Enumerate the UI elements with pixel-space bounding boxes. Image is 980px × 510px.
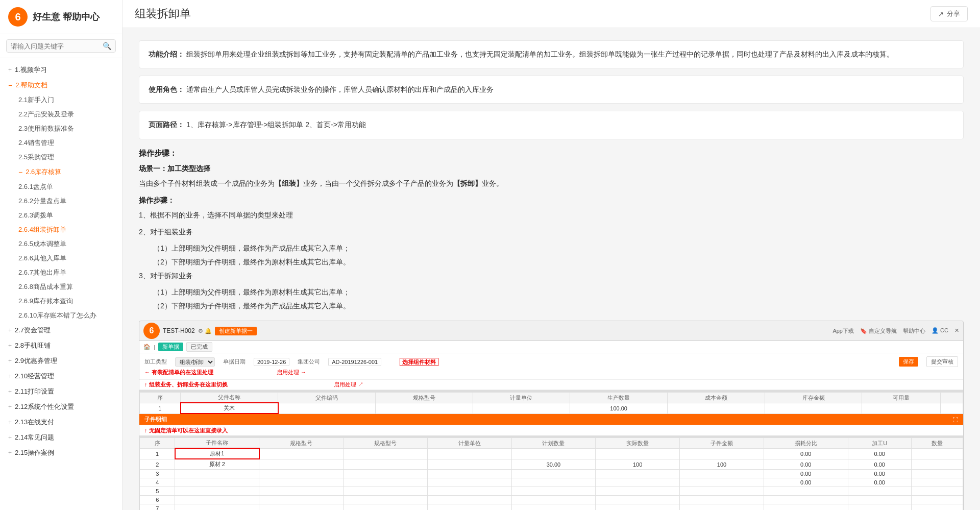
sidebar-item-label: 2.10经营管理: [15, 372, 54, 381]
window-close[interactable]: ✕: [954, 327, 959, 335]
sidebar-item-purchase[interactable]: 2.5采购管理: [0, 150, 122, 164]
col-parent-code: 父件编码: [278, 393, 376, 403]
sidebar-item-label: 2.7资金管理: [15, 326, 51, 335]
mock-tab-new[interactable]: 新单据: [158, 343, 183, 351]
mock-lower-table-area: 序 子件名称 规格型号 规格型号 计量单位 计划数量 实际数量 子件金额 损耗分…: [139, 438, 963, 510]
step2-sub2: （2）下部明细为子件明细，最终作为原材料生成其它出库单。: [153, 255, 964, 269]
plus-icon-214: +: [8, 434, 12, 441]
annotation-area1: 选择组件材料: [389, 357, 438, 366]
scenario-header: 场景一：加工类型选择: [139, 164, 964, 174]
sidebar-item-cost-recalc[interactable]: 2.6.8商品成本重算: [0, 280, 122, 294]
mock-upper-table-area: 序 父件名称 父件编码 规格型号 计量单位 生产数量 成本金额 库存金额 可用量: [139, 392, 963, 414]
col-unit: 计量单位: [473, 393, 570, 403]
mock-tab-done[interactable]: 已完成: [186, 342, 212, 352]
sidebar-item-partial-stocktake[interactable]: 2.6.2分量盘点单: [0, 194, 122, 208]
intro-label: 功能介绍：: [149, 50, 184, 58]
cell-parent-code: [278, 403, 376, 414]
col-qty2: 数量: [911, 438, 963, 449]
sidebar-item-inventory[interactable]: − 2.6库存核算: [0, 164, 122, 180]
share-icon: ↗: [938, 10, 944, 18]
path-label: 页面路径：: [149, 120, 184, 129]
role-label: 使用角色：: [149, 85, 184, 93]
sidebar-item-newbie[interactable]: 2.1新手入门: [0, 93, 122, 107]
sidebar-item-label: 1.视频学习: [15, 65, 47, 75]
sidebar-item-data-prep[interactable]: 2.3使用前数据准备: [0, 122, 122, 136]
col-loss-pct: 损耗分比: [764, 438, 848, 449]
role-block: 使用角色： 通常由生产人员或库管人员完成拆装业务的操作，库管人员确认原材料的出库…: [139, 76, 964, 104]
step2: 2、对于组装业务: [139, 225, 964, 239]
sidebar-item-help-doc[interactable]: − 2.帮助文档: [0, 78, 122, 93]
sidebar-item-other-inbound[interactable]: 2.6.6其他入库单: [0, 251, 122, 265]
mock-org-label: 集团公司: [298, 358, 320, 366]
annotation-bom: 选择组件材料: [400, 358, 438, 366]
plus-icon-27: +: [8, 327, 12, 334]
plus-icon-211: +: [8, 388, 12, 395]
cell-spec: [375, 403, 473, 414]
sidebar-item-assembly[interactable]: 2.6.4组装拆卸单: [0, 223, 122, 237]
plus-icon-210: +: [8, 373, 12, 380]
mock-submit-btn[interactable]: 提交审核: [926, 356, 958, 367]
sidebar-item-coupon[interactable]: + 2.9优惠券管理: [0, 353, 122, 369]
plus-icon-28: +: [8, 342, 12, 349]
sidebar-item-cases[interactable]: + 2.15操作案例: [0, 445, 122, 460]
plus-icon-29: +: [8, 357, 12, 365]
sidebar-item-cost-adjust[interactable]: 2.6.5成本调整单: [0, 237, 122, 251]
table-row: 1 原材1 0.00 0.00: [140, 448, 963, 459]
sidebar-item-mobile[interactable]: + 2.8手机旺铺: [0, 338, 122, 353]
window-new-btn[interactable]: 创建新单据一: [215, 327, 257, 335]
col-prod-qty: 生产数量: [570, 393, 668, 403]
step3-sub1: （1）上部明细为父件明细，最终作为原材料生成其它出库单；: [153, 285, 964, 299]
mock-date-value: 2019-12-26: [254, 358, 289, 366]
sidebar-item-label: 2.14常见问题: [15, 433, 54, 442]
sidebar-item-faq[interactable]: + 2.14常见问题: [0, 430, 122, 445]
col-avail: 可用量: [862, 393, 941, 403]
annotation-enable: 启用处理 →: [277, 369, 306, 376]
annotation-toggle: ↑ 组装业务、拆卸业务在这里切换: [144, 381, 228, 388]
table-row: 3 0.00 0.00: [140, 470, 963, 478]
sidebar-item-sales[interactable]: 2.4销售管理: [0, 136, 122, 150]
col-child-name: 子件名称: [175, 438, 259, 449]
sidebar-item-other-outbound[interactable]: 2.6.7其他出库单: [0, 265, 122, 280]
sidebar-item-label: 2.8手机旺铺: [15, 341, 51, 350]
mock-save-btn[interactable]: 保存: [899, 357, 918, 367]
sidebar-item-stocktake[interactable]: 2.6.1盘点单: [0, 180, 122, 194]
mock-home-icon: 🏠: [143, 344, 151, 350]
sidebar-item-video[interactable]: + 1.视频学习: [0, 62, 122, 78]
mock-nav-sep: |: [154, 344, 155, 350]
col-process-u: 加工U: [848, 438, 911, 449]
window-id: TEST-H002: [163, 327, 195, 334]
sidebar-item-transfer[interactable]: 2.6.3调拨单: [0, 208, 122, 223]
topbar: 组装拆卸单 ↗ 分享: [122, 0, 980, 28]
sidebar-item-ops[interactable]: + 2.10经营管理: [0, 369, 122, 384]
sidebar-item-install[interactable]: 2.2产品安装及登录: [0, 107, 122, 122]
sidebar: 6 好生意 帮助中心 🔍 + 1.视频学习 − 2.帮助文档 2.1新手入门 2…: [0, 0, 122, 510]
sidebar-item-print[interactable]: + 2.11打印设置: [0, 384, 122, 399]
sidebar-item-finance[interactable]: + 2.7资金管理: [0, 323, 122, 338]
mock-form-row1: 加工类型 组装/拆卸 单据日期 2019-12-26 集团公司 AD-20191…: [144, 356, 958, 367]
sidebar-item-ledger-fix[interactable]: 2.6.10库存账本错了怎么办: [0, 308, 122, 323]
search-icon: 🔍: [103, 42, 111, 50]
step2-sub1: （1）上部明细为父件明细，最终作为产成品生成其它入库单；: [153, 241, 964, 255]
search-input[interactable]: [11, 42, 103, 50]
mock-type-select[interactable]: 组装/拆卸: [175, 357, 215, 367]
cell-stock-amt: [765, 403, 862, 414]
cell-parent-name: 关木: [181, 403, 278, 414]
plus-icon-1: +: [8, 66, 12, 74]
share-button[interactable]: ↗ 分享: [930, 6, 968, 21]
mock-lower-table: 序 子件名称 规格型号 规格型号 计量单位 计划数量 实际数量 子件金额 损耗分…: [139, 438, 963, 510]
sidebar-item-customization[interactable]: + 2.12系统个性化设置: [0, 399, 122, 415]
table-row: 2 原材 2 30.00 100 100 0.00 0.00: [140, 459, 963, 470]
step3-sub2: （2）下部明细为子件明细，最终作为产成品生成其它入库单。: [153, 299, 964, 313]
window-right: App下载 🔖 自定义导航 帮助中心 👤 CC ✕: [832, 327, 959, 335]
cell-seq: 1: [140, 403, 181, 414]
sidebar-item-label: 2.15操作案例: [15, 448, 54, 457]
plus-icon-212: +: [8, 403, 12, 410]
cell-cost-amt: [667, 403, 765, 414]
sidebar-item-stock-ledger[interactable]: 2.6.9库存账本查询: [0, 294, 122, 308]
col-child-code: 规格型号: [259, 438, 344, 449]
minus-icon-2: −: [8, 81, 12, 89]
col-seq: 序: [140, 393, 181, 403]
mock-type-label: 加工类型: [144, 358, 167, 366]
search-box[interactable]: 🔍: [6, 39, 116, 53]
sidebar-item-online-pay[interactable]: + 2.13在线支付: [0, 415, 122, 430]
